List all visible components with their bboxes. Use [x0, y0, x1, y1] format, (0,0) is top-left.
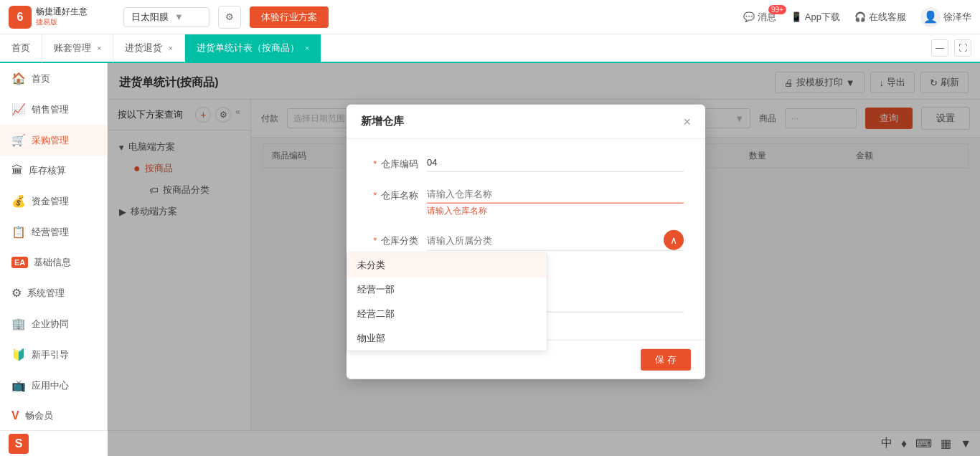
form-code-row: * 仓库编码 [368, 153, 684, 172]
purchase-icon: 🛒 [11, 133, 26, 147]
app-icon: 📱 [791, 11, 802, 22]
content-area: 进货单统计(按商品) 🖨 按模板打印 ▼ ↓ 导出 ↻ 刷新 [108, 63, 980, 456]
category-dropdown: 未分类 经营一部 经营二部 物业部 [347, 252, 547, 351]
add-warehouse-modal: 新增仓库 × * 仓库编码 * [347, 105, 705, 379]
modal-body: * 仓库编码 * 仓库名称 请输入仓库名称 [347, 139, 705, 340]
tab-purchase-stats-label: 进货单统计表（按商品） [197, 42, 299, 54]
code-field-wrap [427, 153, 684, 172]
tab-account-label: 账套管理 [54, 42, 91, 54]
app-download-label: App下载 [805, 11, 840, 24]
modal-close-btn[interactable]: × [683, 115, 691, 128]
messages-link[interactable]: 💬 消息 99+ [743, 11, 776, 24]
tab-purchase-return-label: 进货退货 [125, 42, 162, 54]
sidebar-item-appcenter[interactable]: 📺 应用中心 [0, 370, 107, 401]
sidebar-inventory-label: 库存核算 [29, 164, 66, 177]
sidebar-operations-label: 经营管理 [32, 226, 69, 239]
sales-icon: 📈 [11, 103, 26, 116]
tab-purchase-stats[interactable]: 进货单统计表（按商品） × [185, 34, 321, 62]
category-label: * 仓库分类 [368, 230, 418, 247]
guide-icon: 🔰 [11, 348, 26, 361]
appcenter-icon: 📺 [11, 379, 26, 392]
sidebar-item-operations[interactable]: 📋 经营管理 [0, 217, 107, 247]
sidebar-vip-label: 畅会员 [25, 409, 53, 422]
vip-icon: V [11, 409, 19, 422]
tab-account[interactable]: 账套管理 × [42, 34, 113, 62]
sidebar-basics-label: 基础信息 [34, 256, 71, 269]
message-badge: 99+ [768, 5, 786, 14]
code-input[interactable] [427, 153, 684, 172]
store-name: 日太阳膜 [131, 11, 169, 24]
category-toggle-btn[interactable]: ∧ [664, 230, 684, 250]
dropdown-option-dept2[interactable]: 经营二部 [347, 302, 547, 326]
sidebar-home-label: 首页 [32, 72, 50, 85]
settings-icon[interactable]: ⚙ [218, 6, 241, 29]
inventory-icon: 🏛 [11, 164, 23, 177]
name-required-star: * [373, 190, 377, 201]
headset-icon: 🎧 [854, 11, 866, 22]
tab-purchase-return[interactable]: 进货退货 × [113, 34, 184, 62]
modal-header: 新增仓库 × [347, 105, 705, 139]
trial-button[interactable]: 体验行业方案 [250, 6, 329, 28]
sidebar-item-sales[interactable]: 📈 销售管理 [0, 94, 107, 125]
sidebar-item-inventory[interactable]: 🏛 库存核算 [0, 156, 107, 186]
code-label: * 仓库编码 [368, 153, 418, 171]
tab-purchase-return-close[interactable]: × [168, 44, 172, 52]
app-badge: 捷易版 [36, 17, 88, 27]
online-service-link[interactable]: 🎧 在线客服 [854, 11, 906, 24]
user-profile-link[interactable]: 👤 徐泽华 [920, 7, 971, 27]
main-layout: 🏠 首页 📈 销售管理 🛒 采购管理 🏛 库存核算 💰 资金管理 📋 经营管理 … [0, 63, 980, 456]
operations-icon: 📋 [11, 225, 26, 239]
sidebar-appcenter-label: 应用中心 [32, 379, 69, 392]
save-btn[interactable]: 保 存 [641, 349, 691, 371]
sidebar-purchase-label: 采购管理 [32, 134, 69, 147]
app-download-link[interactable]: 📱 App下载 [791, 11, 840, 24]
name-input[interactable] [427, 185, 684, 204]
home-icon: 🏠 [11, 72, 26, 85]
name-error-msg: 请输入仓库名称 [427, 205, 684, 217]
sidebar-item-home[interactable]: 🏠 首页 [0, 63, 107, 94]
tab-home[interactable]: 首页 [0, 34, 42, 62]
sidebar-item-purchase[interactable]: 🛒 采购管理 [0, 125, 107, 156]
bottom-logo: S [9, 434, 29, 454]
tab-minimize-btn[interactable]: — [931, 39, 948, 57]
modal-title: 新增仓库 [361, 115, 404, 128]
store-selector[interactable]: 日太阳膜 ▼ [123, 7, 209, 27]
tab-home-label: 首页 [11, 42, 30, 54]
category-input[interactable] [427, 231, 664, 249]
form-category-row: * 仓库分类 ∧ 未分类 经营一部 经营二部 物业部 [368, 230, 684, 251]
user-avatar: 👤 [920, 7, 941, 27]
system-icon: ⚙ [11, 286, 22, 300]
user-name: 徐泽华 [943, 11, 971, 24]
code-label-text: 仓库编码 [381, 158, 418, 169]
name-label: * 仓库名称 [368, 185, 418, 202]
tab-bar: 首页 账套管理 × 进货退货 × 进货单统计表（按商品） × — ⛶ [0, 34, 980, 63]
message-icon: 💬 [743, 11, 755, 22]
header-actions: ⚙ 体验行业方案 [218, 6, 329, 29]
sidebar-item-system[interactable]: ⚙ 系统管理 [0, 277, 107, 308]
cat-required-star: * [373, 235, 377, 246]
name-field-wrap: 请输入仓库名称 [427, 185, 684, 217]
dropdown-option-dept1[interactable]: 经营一部 [347, 277, 547, 302]
online-service-label: 在线客服 [869, 11, 906, 24]
basics-icon: EA [11, 257, 28, 268]
category-field-wrap: ∧ 未分类 经营一部 经营二部 物业部 [427, 230, 684, 251]
code-required-star: * [373, 158, 377, 169]
sidebar-sales-label: 销售管理 [32, 103, 69, 116]
tab-maximize-btn[interactable]: ⛶ [954, 39, 971, 57]
sidebar-enterprise-label: 企业协同 [32, 318, 69, 331]
sidebar-item-basics[interactable]: EA 基础信息 [0, 247, 107, 277]
tab-account-close[interactable]: × [97, 44, 101, 52]
bottom-s-logo: S [9, 434, 29, 454]
header-right: 💬 消息 99+ 📱 App下载 🎧 在线客服 👤 徐泽华 [743, 7, 971, 27]
finance-icon: 💰 [11, 194, 26, 208]
tab-purchase-stats-close[interactable]: × [305, 44, 309, 52]
sidebar-item-finance[interactable]: 💰 资金管理 [0, 186, 107, 217]
sidebar-item-enterprise[interactable]: 🏢 企业协同 [0, 308, 107, 339]
top-header: 6 畅捷通好生意 捷易版 日太阳膜 ▼ ⚙ 体验行业方案 💬 消息 99+ 📱 … [0, 0, 980, 34]
sidebar-item-vip[interactable]: V 畅会员 [0, 401, 107, 431]
dropdown-option-uncategorized[interactable]: 未分类 [347, 253, 547, 277]
dropdown-option-property[interactable]: 物业部 [347, 326, 547, 351]
sidebar-item-guide[interactable]: 🔰 新手引导 [0, 339, 107, 370]
cat-label-text: 仓库分类 [381, 235, 418, 246]
sidebar-guide-label: 新手引导 [32, 348, 69, 361]
